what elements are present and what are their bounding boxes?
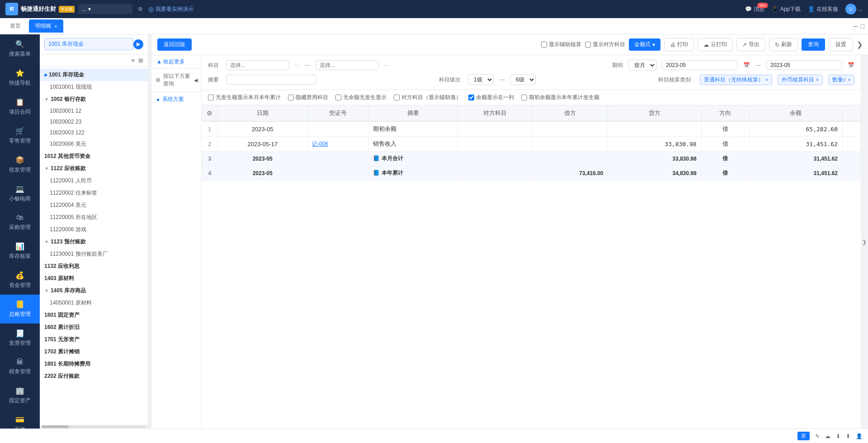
tree-item-10020002[interactable]: 10020002 23 <box>40 116 148 127</box>
company-selector[interactable]: ... ▾ <box>78 4 132 14</box>
account-nav-btn[interactable]: ▶ <box>133 39 143 49</box>
settings-btn[interactable]: 设置 <box>829 38 853 51</box>
sidebar-item-project[interactable]: 📋 项目合同 <box>0 92 40 121</box>
tree-item-11220005[interactable]: 11220005 所在地区 <box>40 211 148 224</box>
right-collapse-icon[interactable]: ❯ <box>857 40 863 49</box>
user-info[interactable]: U ... <box>845 4 863 14</box>
tab-detail[interactable]: 明细账 × <box>29 19 63 33</box>
subject-to-input[interactable] <box>316 60 379 70</box>
bottom-user-icon[interactable]: 👤 <box>856 433 863 439</box>
tree-item-1602[interactable]: 1602 累计折旧 <box>40 321 148 333</box>
collapse-btn[interactable]: ◀ <box>194 77 198 83</box>
tag-normal[interactable]: 普通科目（无特殊核算） × <box>700 75 772 85</box>
sidebar-item-retail[interactable]: 🛒 零售管理 <box>0 121 40 150</box>
tree-item-11230001[interactable]: 11230001 预付账款美厂 <box>40 248 148 260</box>
sidebar-item-salary[interactable]: 💳 工资 <box>0 410 40 429</box>
tree-item-1601[interactable]: 1601 固定资产 <box>40 309 148 321</box>
sidebar-item-ledger[interactable]: 📒 总账管理 <box>0 295 40 324</box>
tree-item-1001[interactable]: 1001 库存现金 <box>40 69 148 81</box>
bottom-upload-icon[interactable]: ⬆ <box>846 433 850 439</box>
subject-to-dots[interactable]: ··· <box>384 62 389 68</box>
level-to-select[interactable]: 6级1级2级 <box>510 74 536 85</box>
tree-item-1123[interactable]: ▼ 1123 预付账款 <box>40 236 148 248</box>
tag-foreign-close[interactable]: × <box>816 77 819 82</box>
sidebar-item-assets[interactable]: 🏢 固定资产 <box>0 381 40 410</box>
period-from-input[interactable] <box>662 60 738 70</box>
tag-quantity-close[interactable]: × <box>848 77 850 82</box>
tab-home[interactable]: 首页 <box>4 19 27 33</box>
tree-item-2202[interactable]: 2202 应付账款 <box>40 370 148 382</box>
tree-item-1405[interactable]: ▼ 1405 库存商品 <box>40 285 148 297</box>
more-btn[interactable]: ▲ 收起更多 <box>152 55 201 69</box>
tree-item-11220002[interactable]: 11220002 往来标签 <box>40 187 148 199</box>
tree-item-10020003[interactable]: 10020003 122 <box>40 127 148 138</box>
tree-item-1701[interactable]: 1701 无形资产 <box>40 333 148 346</box>
currency-btn[interactable]: 金额式 ▾ <box>629 38 660 51</box>
sidebar-item-search[interactable]: 🔍 搜索菜单 <box>0 34 40 63</box>
app-download-button[interactable]: 📱 App下载 <box>772 5 801 13</box>
tree-item-1002[interactable]: ▼ 1002 银行存款 <box>40 93 148 105</box>
period-calendar-to[interactable]: 📅 <box>848 62 854 68</box>
demo-link[interactable]: ◎ 我要看实例演示 <box>148 5 193 13</box>
selected-account[interactable]: 1001 库存现金 <box>44 38 133 50</box>
bottom-cloud-icon[interactable]: ☁ <box>825 433 830 439</box>
settings-icon-btn[interactable]: ⚙ <box>136 4 145 14</box>
bottom-download-icon[interactable]: ⬇ <box>836 433 840 439</box>
tag-quantity[interactable]: 数量√ × <box>828 75 854 85</box>
sidebar-item-funds[interactable]: 💰 资金管理 <box>0 266 40 295</box>
period-type-select[interactable]: 按月 <box>628 60 656 71</box>
right-collapse-panel[interactable]: ❯ <box>861 55 868 429</box>
account-panel-scrollbar[interactable] <box>40 425 148 429</box>
level-from-select[interactable]: 1级2级3级 <box>468 74 494 85</box>
sidebar-item-ecommerce[interactable]: 💻 小畅电商 <box>0 179 40 208</box>
tree-item-1132[interactable]: 1132 应收利息 <box>40 260 148 272</box>
show-contra-checkbox[interactable]: 显示对方科目 <box>585 41 625 48</box>
show-assist-checkbox[interactable]: 显示辅助核算 <box>541 41 581 48</box>
tree-item-11220004[interactable]: 11220004 美元 <box>40 199 148 211</box>
refresh-btn[interactable]: ↻ 刷新 <box>769 38 798 51</box>
period-to-input[interactable] <box>766 60 842 70</box>
tag-normal-close[interactable]: × <box>765 77 768 82</box>
tree-item-1122[interactable]: ▼ 1122 应收账款 <box>40 162 148 175</box>
subject-from-input[interactable] <box>226 60 289 70</box>
sidebar-item-purchase[interactable]: 🛍 采购管理 <box>0 208 40 237</box>
tree-item-1801[interactable]: 1801 长期待摊费用 <box>40 358 148 370</box>
sidebar-item-shortcut[interactable]: ⭐ 快捷导航 <box>0 63 40 92</box>
tree-item-14050001[interactable]: 14050001 原材料 <box>40 297 148 309</box>
sidebar-item-inventory[interactable]: 📊 库存核算 <box>0 237 40 266</box>
summary-input[interactable] <box>226 75 316 85</box>
toolbar-list-icon[interactable]: ≡ <box>131 57 135 64</box>
check-hide-disabled[interactable]: 隐藏禁用科目 <box>288 94 328 101</box>
tree-item-11220001[interactable]: 11220001 人民币 <box>40 175 148 187</box>
check-no-balance[interactable]: 无发生额显示本月本年累计 <box>208 94 281 101</box>
cloud-print-btn[interactable]: ☁ 云打印 <box>698 38 733 51</box>
scheme-item-system[interactable]: ● 系统方案 <box>152 92 201 107</box>
tree-item-1702[interactable]: 1702 累计摊销 <box>40 346 148 358</box>
tree-item-1403[interactable]: 1403 原材料 <box>40 272 148 285</box>
print-btn[interactable]: 🖨 打印 <box>664 38 694 51</box>
tab-close-icon[interactable]: × <box>54 24 57 29</box>
sidebar-item-invoice[interactable]: 🧾 发票管理 <box>0 324 40 352</box>
sidebar-item-tax[interactable]: 🏛 税务管理 <box>0 352 40 381</box>
check-opening[interactable]: 期初余额显示本年累计发生额 <box>521 94 599 101</box>
sidebar-item-wholesale[interactable]: 📦 批发管理 <box>0 150 40 179</box>
row-voucher[interactable]: 记-006 <box>307 137 368 152</box>
online-service-button[interactable]: 👤 在线客服 <box>808 5 838 13</box>
bottom-edit-icon[interactable]: ✎ <box>815 433 820 439</box>
notification-button[interactable]: 💬 消息 99+ <box>745 5 764 13</box>
subject-dots[interactable]: ··· <box>295 62 299 68</box>
tree-item-10010001[interactable]: 10010001 现现现 <box>40 81 148 93</box>
tab-maximize-btn[interactable]: □ <box>861 23 864 30</box>
lang-btn[interactable]: 英 <box>797 432 810 440</box>
export-btn[interactable]: ↗ 导出 <box>736 38 765 51</box>
check-contra[interactable]: 对方科目（显示辅助项） <box>394 94 461 101</box>
tree-item-1012[interactable]: 1012 其他货币资金 <box>40 150 148 162</box>
panel-splitter[interactable] <box>148 34 152 429</box>
tag-foreign[interactable]: 外币核算科目 × <box>778 75 823 85</box>
query-btn[interactable]: 查询 <box>802 38 825 51</box>
tab-minimize-btn[interactable]: ─ <box>854 23 858 30</box>
voucher-link[interactable]: 记-006 <box>312 141 328 147</box>
gear-col-icon[interactable]: ⚙ <box>207 110 212 117</box>
tree-item-10020006[interactable]: 10020006 美元 <box>40 138 148 150</box>
tree-item-10020001[interactable]: 10020001 12 <box>40 105 148 116</box>
